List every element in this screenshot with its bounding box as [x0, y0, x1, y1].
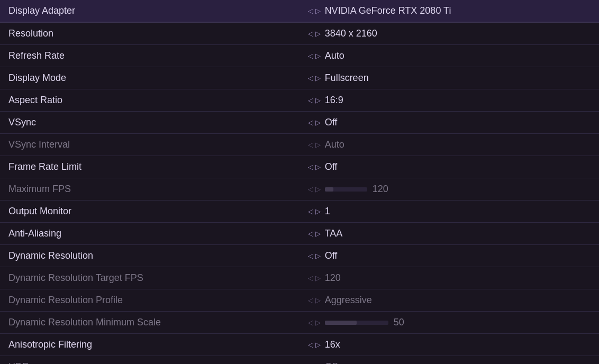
settings-row-dynamic-resolution-minimum-scale[interactable]: Dynamic Resolution Minimum Scale50	[0, 312, 599, 334]
value-text-anti-aliasing: TAA	[325, 228, 343, 239]
value-cell-maximum-fps[interactable]: 120	[300, 178, 599, 201]
value-cell-hdr[interactable]: Off	[300, 356, 599, 365]
label-dynamic-resolution-minimum-scale: Dynamic Resolution Minimum Scale	[0, 312, 300, 334]
value-text-dynamic-resolution-minimum-scale: 50	[394, 317, 404, 328]
arrow-icon-resolution[interactable]	[308, 30, 321, 38]
value-text-output-monitor: 1	[325, 206, 330, 217]
value-text-frame-rate-limit: Off	[325, 161, 338, 172]
settings-row-frame-rate-limit[interactable]: Frame Rate LimitOff	[0, 156, 599, 178]
value-cell-display-adapter[interactable]: NVIDIA GeForce RTX 2080 Ti	[300, 0, 599, 22]
label-dynamic-resolution: Dynamic Resolution	[0, 245, 300, 267]
label-hdr: HDR	[0, 356, 300, 365]
label-frame-rate-limit: Frame Rate Limit	[0, 156, 300, 178]
arrow-icon-dynamic-resolution-minimum-scale[interactable]	[308, 319, 321, 326]
value-text-dynamic-resolution-profile: Aggressive	[325, 295, 372, 306]
value-text-vsync: Off	[325, 117, 338, 128]
value-cell-anisotropic-filtering[interactable]: 16x	[300, 334, 599, 356]
value-text-resolution: 3840 x 2160	[325, 28, 377, 39]
value-text-aspect-ratio: 16:9	[325, 95, 343, 106]
label-vsync-interval: VSync Interval	[0, 134, 300, 156]
value-cell-dynamic-resolution-profile[interactable]: Aggressive	[300, 289, 599, 312]
settings-row-dynamic-resolution-profile[interactable]: Dynamic Resolution ProfileAggressive	[0, 289, 599, 312]
settings-row-output-monitor[interactable]: Output Monitor1	[0, 201, 599, 223]
value-cell-display-mode[interactable]: Fullscreen	[300, 67, 599, 89]
arrow-icon-aspect-ratio[interactable]	[308, 96, 321, 104]
label-anti-aliasing: Anti-Aliasing	[0, 223, 300, 245]
settings-row-aspect-ratio[interactable]: Aspect Ratio16:9	[0, 89, 599, 112]
settings-row-maximum-fps[interactable]: Maximum FPS120	[0, 178, 599, 201]
value-cell-dynamic-resolution-target-fps[interactable]: 120	[300, 267, 599, 289]
settings-row-anti-aliasing[interactable]: Anti-AliasingTAA	[0, 223, 599, 245]
value-cell-vsync[interactable]: Off	[300, 112, 599, 134]
slider-dynamic-resolution-minimum-scale[interactable]: 50	[325, 317, 404, 328]
arrow-icon-frame-rate-limit[interactable]	[308, 163, 321, 171]
slider-track-dynamic-resolution-minimum-scale	[325, 321, 388, 325]
arrow-icon-vsync-interval[interactable]	[308, 141, 321, 149]
label-refresh-rate: Refresh Rate	[0, 45, 300, 67]
label-display-mode: Display Mode	[0, 67, 300, 89]
settings-row-refresh-rate[interactable]: Refresh RateAuto	[0, 45, 599, 67]
label-output-monitor: Output Monitor	[0, 201, 300, 223]
slider-fill-dynamic-resolution-minimum-scale	[325, 321, 357, 325]
label-anisotropic-filtering: Anisotropic Filtering	[0, 334, 300, 356]
label-display-adapter: Display Adapter	[0, 0, 300, 22]
value-text-dynamic-resolution: Off	[325, 250, 338, 261]
value-cell-aspect-ratio[interactable]: 16:9	[300, 89, 599, 112]
arrow-icon-anisotropic-filtering[interactable]	[308, 341, 321, 349]
arrow-icon-display-adapter[interactable]	[308, 7, 321, 15]
value-cell-resolution[interactable]: 3840 x 2160	[300, 22, 599, 45]
value-text-display-adapter: NVIDIA GeForce RTX 2080 Ti	[325, 5, 451, 16]
settings-row-display-mode[interactable]: Display ModeFullscreen	[0, 67, 599, 89]
settings-row-vsync[interactable]: VSyncOff	[0, 112, 599, 134]
slider-track-maximum-fps	[325, 187, 367, 192]
arrow-icon-maximum-fps[interactable]	[308, 185, 321, 193]
settings-row-display-adapter[interactable]: Display AdapterNVIDIA GeForce RTX 2080 T…	[0, 0, 599, 22]
label-maximum-fps: Maximum FPS	[0, 178, 300, 201]
settings-row-dynamic-resolution-target-fps[interactable]: Dynamic Resolution Target FPS120	[0, 267, 599, 289]
settings-row-vsync-interval[interactable]: VSync IntervalAuto	[0, 134, 599, 156]
arrow-icon-refresh-rate[interactable]	[308, 52, 321, 60]
value-text-display-mode: Fullscreen	[325, 72, 369, 84]
label-vsync: VSync	[0, 112, 300, 134]
value-cell-anti-aliasing[interactable]: TAA	[300, 223, 599, 245]
slider-maximum-fps[interactable]: 120	[325, 184, 388, 195]
value-cell-vsync-interval[interactable]: Auto	[300, 134, 599, 156]
arrow-icon-dynamic-resolution[interactable]	[308, 252, 321, 260]
arrow-icon-vsync[interactable]	[308, 119, 321, 126]
value-text-vsync-interval: Auto	[325, 139, 344, 150]
settings-row-anisotropic-filtering[interactable]: Anisotropic Filtering16x	[0, 334, 599, 356]
value-text-refresh-rate: Auto	[325, 50, 344, 61]
value-text-maximum-fps: 120	[373, 184, 388, 195]
label-aspect-ratio: Aspect Ratio	[0, 89, 300, 112]
value-cell-dynamic-resolution[interactable]: Off	[300, 245, 599, 267]
arrow-icon-output-monitor[interactable]	[308, 207, 321, 215]
label-dynamic-resolution-profile: Dynamic Resolution Profile	[0, 289, 300, 312]
arrow-icon-dynamic-resolution-target-fps[interactable]	[308, 274, 321, 282]
label-resolution: Resolution	[0, 22, 300, 45]
settings-table: Display AdapterNVIDIA GeForce RTX 2080 T…	[0, 0, 599, 364]
settings-row-resolution[interactable]: Resolution3840 x 2160	[0, 22, 599, 45]
value-cell-output-monitor[interactable]: 1	[300, 201, 599, 223]
value-cell-refresh-rate[interactable]: Auto	[300, 45, 599, 67]
label-dynamic-resolution-target-fps: Dynamic Resolution Target FPS	[0, 267, 300, 289]
value-cell-frame-rate-limit[interactable]: Off	[300, 156, 599, 178]
value-text-dynamic-resolution-target-fps: 120	[325, 272, 341, 284]
arrow-icon-anti-aliasing[interactable]	[308, 230, 321, 238]
arrow-icon-display-mode[interactable]	[308, 74, 321, 82]
slider-fill-maximum-fps	[325, 187, 333, 192]
value-text-anisotropic-filtering: 16x	[325, 339, 340, 350]
settings-row-dynamic-resolution[interactable]: Dynamic ResolutionOff	[0, 245, 599, 267]
value-text-hdr: Off	[325, 361, 338, 364]
settings-row-hdr[interactable]: HDROff	[0, 356, 599, 365]
arrow-icon-dynamic-resolution-profile[interactable]	[308, 296, 321, 304]
value-cell-dynamic-resolution-minimum-scale[interactable]: 50	[300, 312, 599, 334]
